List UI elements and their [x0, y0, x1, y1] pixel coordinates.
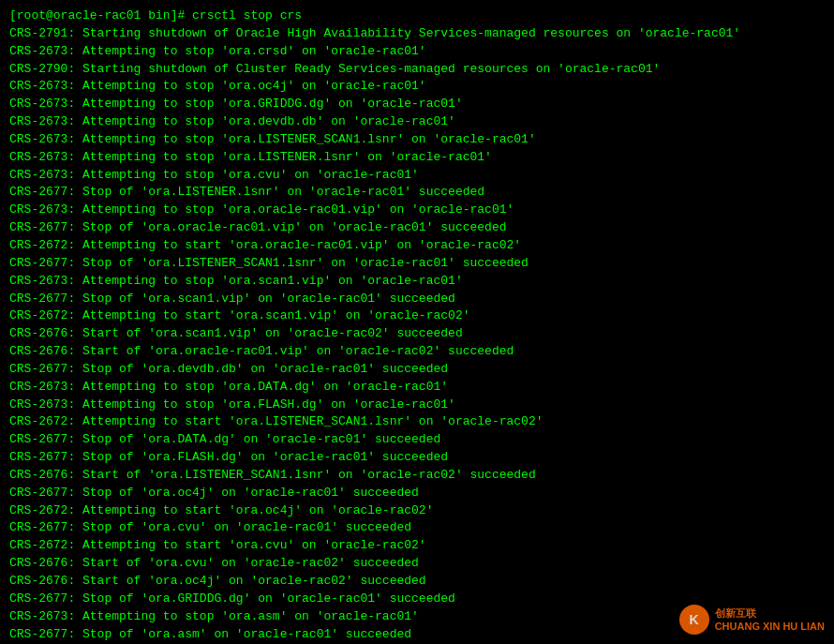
- watermark-line2: CHUANG XIN HU LIAN: [715, 620, 825, 633]
- terminal-line: CRS-2677: Stop of 'ora.LISTENER.lsnr' on…: [9, 184, 825, 202]
- terminal-line: CRS-2673: Attempting to stop 'ora.devdb.…: [9, 113, 825, 131]
- terminal-line: CRS-2673: Attempting to stop 'ora.cvu' o…: [9, 167, 825, 185]
- terminal-line: CRS-2673: Attempting to stop 'ora.crsd' …: [9, 43, 825, 61]
- watermark-line1: 创新互联: [715, 607, 825, 620]
- terminal-line: CRS-2676: Start of 'ora.oc4j' on 'oracle…: [9, 573, 825, 591]
- terminal-line: CRS-2673: Attempting to stop 'ora.DATA.d…: [9, 379, 825, 397]
- watermark-text: 创新互联 CHUANG XIN HU LIAN: [715, 607, 825, 634]
- terminal-line: CRS-2672: Attempting to start 'ora.oc4j'…: [9, 502, 825, 520]
- terminal-line: CRS-2673: Attempting to stop 'ora.oc4j' …: [9, 78, 825, 96]
- terminal-line: CRS-2791: Starting shutdown of Oracle Hi…: [9, 25, 825, 43]
- terminal-line: [root@oracle-rac01 bin]# crsctl stop crs: [9, 7, 825, 25]
- watermark-icon: K: [679, 605, 709, 635]
- terminal-line: CRS-2677: Stop of 'ora.oracle-rac01.vip'…: [9, 219, 825, 237]
- watermark: K 创新互联 CHUANG XIN HU LIAN: [679, 605, 825, 635]
- terminal-line: CRS-2677: Stop of 'ora.devdb.db' on 'ora…: [9, 361, 825, 379]
- terminal-line: CRS-2677: Stop of 'ora.oc4j' on 'oracle-…: [9, 485, 825, 502]
- terminal-line: CRS-2672: Attempting to start 'ora.oracl…: [9, 237, 825, 255]
- terminal-line: CRS-2677: Stop of 'ora.FLASH.dg' on 'ora…: [9, 449, 825, 467]
- terminal-line: CRS-2676: Start of 'ora.LISTENER_SCAN1.l…: [9, 467, 825, 485]
- terminal-line: CRS-2673: Attempting to stop 'ora.oracle…: [9, 202, 825, 219]
- terminal-line: CRS-2676: Start of 'ora.cvu' on 'oracle-…: [9, 555, 825, 573]
- terminal-line: CRS-2672: Attempting to start 'ora.scan1…: [9, 307, 825, 325]
- terminal-line: CRS-2673: Attempting to stop 'ora.scan1.…: [9, 273, 825, 291]
- terminal-line: CRS-2673: Attempting to stop 'ora.LISTEN…: [9, 149, 825, 167]
- terminal-line: CRS-2672: Attempting to start 'ora.cvu' …: [9, 537, 825, 555]
- terminal-line: CRS-2790: Starting shutdown of Cluster R…: [9, 61, 825, 79]
- terminal-line: CRS-2677: Stop of 'ora.cvu' on 'oracle-r…: [9, 519, 825, 537]
- terminal-line: CRS-2673: Attempting to stop 'ora.GRIDDG…: [9, 96, 825, 113]
- terminal-line: CRS-2676: Start of 'ora.oracle-rac01.vip…: [9, 343, 825, 361]
- terminal-line: CRS-2677: Stop of 'ora.LISTENER_SCAN1.ls…: [9, 255, 825, 273]
- terminal-line: CRS-2676: Start of 'ora.scan1.vip' on 'o…: [9, 325, 825, 343]
- terminal-line: CRS-2673: Attempting to stop 'ora.FLASH.…: [9, 397, 825, 414]
- terminal-window: [root@oracle-rac01 bin]# crsctl stop crs…: [0, 0, 834, 644]
- terminal-line: CRS-2677: Stop of 'ora.scan1.vip' on 'or…: [9, 291, 825, 308]
- terminal-line: CRS-2677: Stop of 'ora.DATA.dg' on 'orac…: [9, 431, 825, 449]
- terminal-line: CRS-2672: Attempting to start 'ora.LISTE…: [9, 413, 825, 431]
- terminal-line: CRS-2673: Attempting to stop 'ora.LISTEN…: [9, 131, 825, 149]
